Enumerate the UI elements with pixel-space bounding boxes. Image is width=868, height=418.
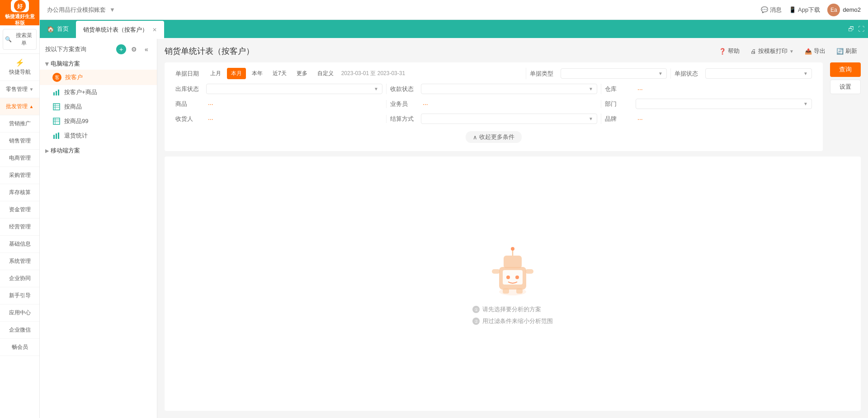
mobile-group-title: 移动端方案	[51, 147, 80, 155]
settlement-select[interactable]: ▼	[421, 114, 597, 124]
date-btn-this-year[interactable]: 本年	[248, 68, 267, 79]
message-button[interactable]: 💬 消息	[761, 6, 782, 14]
date-btn-this-month[interactable]: 本月	[227, 68, 246, 79]
sidebar-item-operations[interactable]: 经营管理	[0, 218, 39, 236]
scheme-item-label: 按商品99	[64, 117, 88, 125]
sidebar-item-purchase[interactable]: 采购管理	[0, 167, 39, 184]
tab-minimize-icon[interactable]: 🗗	[848, 25, 854, 33]
page-title-row: 销货单统计表（按客户） ❓ 帮助 🖨 按模板打印 ▼ 📤 导出	[165, 45, 861, 57]
bill-status-label: 单据状态	[675, 70, 702, 78]
sidebar-item-sales[interactable]: 销售管理	[0, 133, 39, 150]
empty-tips: ① 请先选择要分析的方案 ② 用过滤条件来缩小分析范围	[472, 305, 553, 325]
sidebar-item-retail[interactable]: 零售管理 ▼	[0, 81, 39, 98]
out-status-arrow: ▼	[374, 86, 378, 91]
collapse-panel-button[interactable]: «	[142, 44, 151, 54]
receiver-dots[interactable]: ···	[206, 115, 215, 123]
chevron-down-icon: ▼	[29, 87, 34, 92]
filter-row-2: 出库状态 ▼ 收款状态 ▼	[172, 84, 816, 94]
sidebar-item-label: 资金管理	[9, 206, 31, 214]
scheme-icon-chart	[52, 88, 61, 96]
user-area[interactable]: Ea demo2	[827, 4, 861, 16]
date-btn-more[interactable]: 更多	[292, 68, 311, 79]
scheme-item-by-goods-99[interactable]: 按商品99	[40, 114, 157, 128]
industry-breadcrumb: 办公用品行业模拟账套	[47, 6, 106, 14]
tab-home[interactable]: 🏠 首页	[40, 20, 76, 38]
mobile-group-header[interactable]: ▶ 移动端方案	[40, 145, 157, 157]
out-status-select[interactable]: ▼	[206, 84, 382, 94]
bill-status-select[interactable]: ▼	[705, 68, 812, 79]
goods-dots[interactable]: ···	[206, 100, 215, 108]
scheme-item-label: 按商品	[64, 103, 82, 111]
help-icon: ❓	[719, 48, 726, 55]
settings-button[interactable]: 设置	[830, 80, 861, 94]
search-menu-button[interactable]: 🔍 搜索菜单	[3, 29, 37, 50]
svg-rect-24	[492, 269, 500, 274]
sidebar-item-wholesale[interactable]: 批发管理 ▲	[0, 98, 39, 115]
export-button[interactable]: 📤 导出	[801, 45, 829, 57]
sidebar-search-area[interactable]: 🔍 搜索菜单	[0, 25, 39, 54]
sidebar: 好 畅捷通好生意 标版 🔍 搜索菜单 ⚡ 快捷导航 零售管理 ▼ 批发管理 ▲ …	[0, 0, 40, 418]
sidebar-item-inventory[interactable]: 库存核算	[0, 184, 39, 201]
left-panel-title: 按以下方案查询	[45, 45, 86, 53]
settings-scheme-button[interactable]: ⚙	[129, 44, 139, 54]
filter-item-date: 单据日期 上月 本月 本年 近7天 更多 自定义 2023-03-01 至 20…	[172, 68, 526, 79]
add-scheme-button[interactable]: +	[116, 44, 126, 54]
sidebar-item-appcenter[interactable]: 应用中心	[0, 304, 39, 322]
sidebar-item-member[interactable]: 畅会员	[0, 339, 39, 356]
main-area: 办公用品行业模拟账套 ▼ 💬 消息 📱 App下载 Ea demo2 🏠 首页	[40, 0, 868, 418]
query-buttons: 查询 设置	[830, 62, 861, 94]
avatar: Ea	[827, 4, 840, 16]
bill-type-select[interactable]: ▼	[561, 68, 667, 79]
tab-sales-stats[interactable]: 销货单统计表（按客户） ✕	[76, 21, 164, 39]
sidebar-item-newbie[interactable]: 新手引导	[0, 287, 39, 304]
scheme-item-by-customer[interactable]: 客 按客户	[40, 70, 157, 85]
svg-point-20	[515, 276, 519, 279]
sidebar-item-wechat[interactable]: 企业微信	[0, 322, 39, 339]
desktop-group-header[interactable]: ▶ 电脑端方案	[40, 58, 157, 70]
scheme-item-by-customer-goods[interactable]: 按客户+商品	[40, 85, 157, 100]
brand-dots[interactable]: ···	[636, 115, 645, 123]
date-btn-last-7[interactable]: 近7天	[269, 68, 291, 79]
department-select[interactable]: ▼	[636, 99, 812, 109]
app-logo: 好 畅捷通好生意 标版	[0, 0, 39, 25]
sidebar-item-quick[interactable]: ⚡ 快捷导航	[0, 54, 39, 81]
date-btn-last-month[interactable]: 上月	[206, 68, 225, 79]
tab-fullscreen-icon[interactable]: ⛶	[858, 25, 864, 33]
query-button[interactable]: 查询	[830, 62, 861, 77]
tip-text-2: 用过滤条件来缩小分析范围	[482, 317, 553, 325]
tab-close-button[interactable]: ✕	[152, 27, 157, 33]
collapse-button[interactable]: ∧ 收起更多条件	[466, 131, 522, 143]
search-label: 搜索菜单	[14, 32, 34, 47]
sidebar-item-basic[interactable]: 基础信息	[0, 236, 39, 253]
print-button[interactable]: 🖨 按模板打印 ▼	[747, 45, 797, 57]
collapse-row: ∧ 收起更多条件	[172, 128, 816, 146]
sidebar-item-system[interactable]: 系统管理	[0, 253, 39, 270]
sidebar-item-enterprise[interactable]: 企业协同	[0, 270, 39, 287]
scheme-icon-table	[52, 103, 61, 111]
filter-item-salesperson: 业务员 ···	[387, 100, 601, 108]
collect-status-select[interactable]: ▼	[421, 84, 597, 94]
tip-num-2: ②	[472, 318, 480, 325]
scheme-item-return-stats[interactable]: 退货统计	[40, 128, 157, 143]
sidebar-item-label: 批发管理	[6, 103, 28, 110]
scheme-item-by-goods[interactable]: 按商品	[40, 100, 157, 114]
scheme-icon-table2	[52, 117, 61, 125]
sidebar-item-label: 电商管理	[9, 154, 31, 162]
date-btn-custom[interactable]: 自定义	[313, 68, 338, 79]
app-download-button[interactable]: 📱 App下载	[789, 6, 820, 14]
filter-item-brand: 品牌 ···	[601, 115, 816, 123]
message-label: 消息	[770, 6, 782, 14]
salesperson-dots[interactable]: ···	[421, 100, 430, 108]
empty-state: ① 请先选择要分析的方案 ② 用过滤条件来缩小分析范围	[165, 157, 861, 411]
bill-type-arrow: ▼	[658, 71, 663, 76]
filter-row-3: 商品 ··· 业务员 ··· 部门	[172, 99, 816, 109]
refresh-icon: 🔄	[836, 48, 844, 55]
tab-sales-stats-label: 销货单统计表（按客户）	[83, 26, 148, 34]
sidebar-item-ecommerce[interactable]: 电商管理	[0, 150, 39, 167]
help-button[interactable]: ❓ 帮助	[715, 45, 743, 57]
sidebar-item-finance[interactable]: 资金管理	[0, 201, 39, 218]
svg-rect-15	[58, 133, 59, 139]
refresh-button[interactable]: 🔄 刷新	[833, 45, 861, 57]
sidebar-item-marketing[interactable]: 营销推广	[0, 115, 39, 133]
warehouse-dots[interactable]: ···	[636, 86, 645, 93]
